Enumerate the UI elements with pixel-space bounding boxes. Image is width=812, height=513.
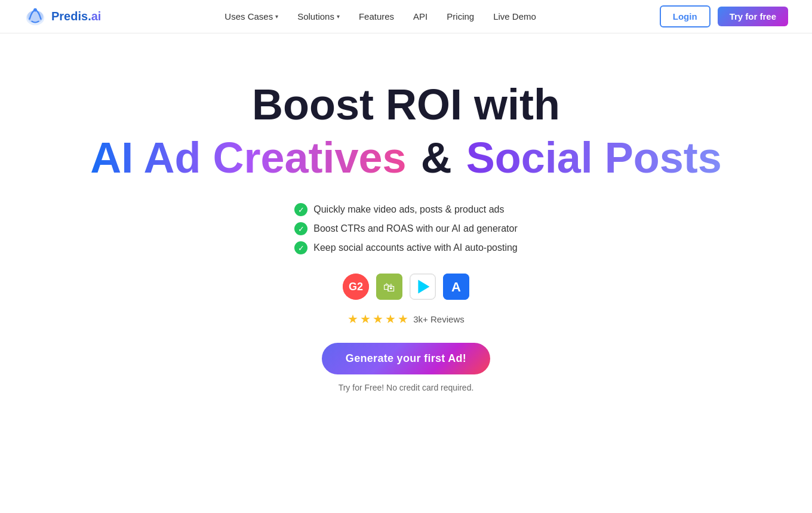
badge-apple-store: A (443, 274, 469, 300)
bullet-3: ✓ Keep social accounts active with AI au… (294, 241, 518, 254)
svg-point-2 (33, 8, 37, 11)
nav-item-features[interactable]: Features (352, 8, 401, 25)
nav-link-solutions[interactable]: Solutions ▾ (290, 8, 347, 25)
nav-link-live-demo[interactable]: Live Demo (486, 8, 543, 25)
generate-ad-button[interactable]: Generate your first Ad! (322, 343, 490, 374)
hero-headline-line1: Boost ROI with (252, 81, 560, 128)
nav-link-pricing[interactable]: Pricing (439, 8, 481, 25)
nav-item-use-cases[interactable]: Uses Cases ▾ (217, 8, 285, 25)
nav-item-pricing[interactable]: Pricing (439, 8, 481, 25)
nav-item-api[interactable]: API (406, 8, 435, 25)
badge-shopify: 🛍 (376, 274, 402, 300)
badges-row: G2 🛍 (343, 274, 469, 300)
svg-text:🛍: 🛍 (383, 281, 395, 294)
nav-link-features[interactable]: Features (352, 8, 401, 25)
hero-subheadline-part2: Social Posts (466, 134, 722, 182)
logo-text: Predis.ai (51, 10, 101, 23)
badge-g2: G2 (343, 274, 369, 300)
stars-row: ★ ★ ★ ★ ★ 3k+ Reviews (347, 312, 464, 326)
hero-subheadline-part1: AI Ad Creatives (90, 134, 407, 182)
star-2: ★ (360, 312, 371, 326)
logo-link[interactable]: Predis.ai (24, 5, 101, 28)
try-for-free-button[interactable]: Try for free (718, 7, 788, 26)
nav-link-use-cases[interactable]: Uses Cases ▾ (217, 8, 285, 25)
cta-subtitle: Try for Free! No credit card required. (339, 383, 474, 392)
nav-actions: Login Try for free (660, 5, 788, 27)
check-icon-3: ✓ (294, 241, 307, 254)
nav-links: Uses Cases ▾ Solutions ▾ Features API Pr… (217, 8, 543, 25)
hero-section: Boost ROI with AI Ad Creatives & Social … (0, 33, 812, 428)
check-icon-1: ✓ (294, 203, 307, 216)
nav-item-live-demo[interactable]: Live Demo (486, 8, 543, 25)
chevron-down-icon: ▾ (337, 13, 340, 20)
hero-subheadline: AI Ad Creatives & Social Posts (90, 134, 722, 182)
hero-bullets: ✓ Quickly make video ads, posts & produc… (294, 203, 518, 254)
svg-text:A: A (451, 279, 461, 294)
star-4: ★ (385, 312, 396, 326)
star-3: ★ (373, 312, 383, 326)
star-rating: ★ ★ ★ ★ ★ (347, 312, 408, 326)
star-1: ★ (347, 312, 358, 326)
badge-google-play (410, 274, 436, 300)
chevron-down-icon: ▾ (275, 13, 278, 20)
navbar: Predis.ai Uses Cases ▾ Solutions ▾ Featu… (0, 0, 812, 33)
svg-text:G2: G2 (349, 281, 363, 293)
bullet-1: ✓ Quickly make video ads, posts & produc… (294, 203, 504, 216)
logo-icon (24, 5, 47, 28)
nav-link-api[interactable]: API (406, 8, 435, 25)
reviews-count: 3k+ Reviews (413, 314, 464, 324)
nav-item-solutions[interactable]: Solutions ▾ (290, 8, 347, 25)
check-icon-2: ✓ (294, 222, 307, 235)
login-button[interactable]: Login (660, 5, 710, 27)
star-5: ★ (398, 312, 408, 326)
bullet-2: ✓ Boost CTRs and ROAS with our AI ad gen… (294, 222, 518, 235)
hero-subheadline-amp: & (421, 134, 452, 182)
